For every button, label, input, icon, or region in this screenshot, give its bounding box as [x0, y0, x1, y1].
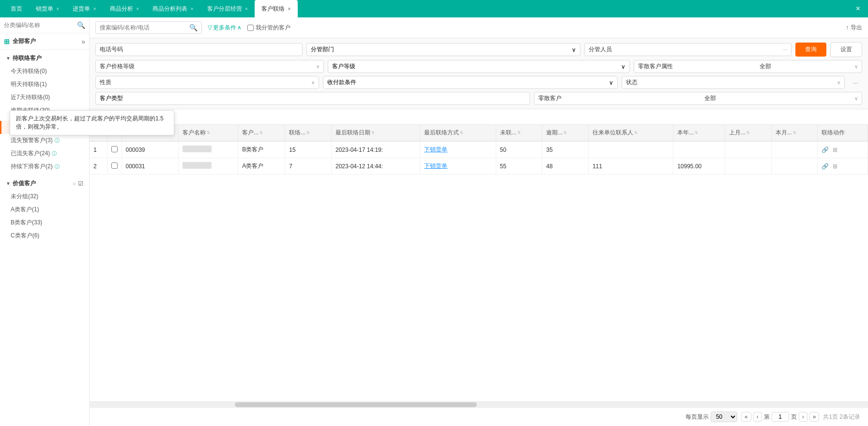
- filter-icon: ▽: [208, 24, 212, 31]
- nav-active-close-icon[interactable]: ×: [288, 6, 290, 12]
- prev-page-button[interactable]: ‹: [753, 412, 762, 422]
- nav-customer-segmentation[interactable]: 客户分层经营 ×: [200, 0, 255, 17]
- nav-close-icon[interactable]: ×: [93, 6, 96, 12]
- nav-home[interactable]: 首页: [4, 0, 29, 17]
- last-page-button[interactable]: »: [809, 412, 820, 422]
- sidebar-item-ungrouped[interactable]: 未分组(32): [0, 190, 89, 203]
- caret-icon: ∨: [572, 46, 576, 53]
- nav-close-icon[interactable]: ×: [56, 6, 59, 12]
- action-icons: 🔗 ⊞: [822, 163, 864, 170]
- my-customer-checkbox-area[interactable]: 我分管的客户: [247, 24, 290, 32]
- page-number-input[interactable]: [772, 412, 789, 422]
- arrow-down-icon: ▼: [6, 56, 11, 61]
- col-overdue[interactable]: 逾期... ⇅: [542, 125, 589, 141]
- top-navigation: 首页 销货单 × 进货单 × 商品分析 × 商品分析列表 × 客户分层经营 × …: [0, 0, 868, 17]
- sidebar-item-today-contact[interactable]: 今天待联络(0): [0, 65, 89, 78]
- check-icon[interactable]: ☑: [78, 180, 83, 187]
- sidebar-item-a-class[interactable]: A类客户(1): [0, 203, 89, 216]
- grid-action-icon[interactable]: ⊞: [833, 147, 838, 153]
- more-filters-button[interactable]: ···: [849, 79, 862, 87]
- customer-search-input[interactable]: [100, 24, 189, 31]
- customer-type-filter[interactable]: 客户类型: [95, 92, 530, 105]
- export-button[interactable]: ↑ 导出: [846, 24, 862, 32]
- sidebar-item-already-lost[interactable]: 已流失客户(24) ⓘ: [0, 147, 89, 160]
- more-conditions-button[interactable]: ▽ 更多条件 ∧: [208, 24, 242, 32]
- table-header-row: 客户编码 ⇅ 客户名称 ⇅ 客户...: [90, 125, 868, 141]
- nav-purchase-order[interactable]: 进货单 ×: [66, 0, 103, 17]
- col-partner-contact[interactable]: 往来单位联系人 ⇅: [588, 125, 673, 141]
- person-filter[interactable]: 分管人员 ···: [584, 43, 792, 56]
- sidebar: 🔍 ⊞ 全部客户 » ▼ 待联络客户 今天待联络(0) 明天待联络(1) 近7天…: [0, 17, 90, 426]
- payment-filter[interactable]: 收付款条件 ∨: [323, 76, 618, 89]
- next-page-button[interactable]: ›: [799, 412, 807, 422]
- cell-this-year: 10995.00: [673, 158, 725, 175]
- cell-checkbox[interactable]: [107, 141, 122, 158]
- horizontal-scrollbar[interactable]: [90, 401, 868, 407]
- col-action: 联络动作: [818, 125, 868, 141]
- sidebar-item-tomorrow-contact[interactable]: 明天待联络(1): [0, 78, 89, 91]
- link-action-icon[interactable]: 🔗: [822, 147, 829, 153]
- retail-customer-filter[interactable]: 零散客户 全部 ∨: [534, 92, 862, 105]
- sidebar-item-lost-warning[interactable]: 流失预警客户(3) ⓘ: [0, 134, 89, 147]
- status-filter[interactable]: 状态 ∨: [622, 76, 845, 89]
- nav-customer-contact[interactable]: 客户联络 ×: [255, 0, 297, 17]
- cell-checkbox[interactable]: [107, 158, 122, 175]
- settings-button[interactable]: 设置: [830, 42, 862, 57]
- col-contact-count[interactable]: 联络... ⇅: [285, 125, 332, 141]
- sidebar-item-b-class[interactable]: B类客户(33): [0, 216, 89, 229]
- cell-last-date: 2023-04-12 14:44:: [332, 158, 420, 175]
- nav-close-icon[interactable]: ×: [136, 6, 139, 12]
- my-customer-checkbox[interactable]: [247, 25, 254, 31]
- query-button[interactable]: 查询: [795, 43, 826, 57]
- col-name[interactable]: 客户名称 ⇅: [179, 125, 238, 141]
- col-last-method[interactable]: 最后联络方式 ⇅: [420, 125, 496, 141]
- first-page-button[interactable]: «: [741, 412, 751, 422]
- retail-attr-filter[interactable]: 零散客户属性 全部 ∨: [634, 60, 862, 73]
- link-action-icon[interactable]: 🔗: [822, 163, 829, 170]
- table-row: 2 000031 A类客户 7 2023-04-12 14:44: 下销货单 5…: [90, 158, 868, 175]
- nav-close-icon[interactable]: ×: [245, 6, 248, 12]
- nav-sales-order[interactable]: 销货单 ×: [29, 0, 66, 17]
- scrollbar-thumb[interactable]: [235, 402, 477, 407]
- sidebar-item-declining[interactable]: 持续下滑客户(2) ⓘ: [0, 160, 89, 173]
- nav-product-analysis[interactable]: 商品分析 ×: [103, 0, 146, 17]
- cell-overdue: 35: [542, 141, 589, 158]
- dept-filter[interactable]: 分管部门 ∨: [306, 43, 580, 56]
- cell-unlinked: 50: [496, 141, 542, 158]
- search-button-icon[interactable]: 🔍: [189, 24, 198, 31]
- sort-icon: ⇅: [695, 131, 698, 135]
- sidebar-search-icon[interactable]: 🔍: [77, 21, 85, 29]
- nav-product-analysis-list[interactable]: 商品分析列表 ×: [146, 0, 200, 17]
- pending-contact-title[interactable]: ▼ 待联络客户: [0, 52, 89, 65]
- sidebar-item-c-class[interactable]: C类客户(6): [0, 229, 89, 242]
- cell-grade: B类客户: [238, 141, 285, 158]
- cell-last-method[interactable]: 下销货单: [420, 141, 496, 158]
- caret-icon: ∨: [837, 80, 840, 85]
- col-this-year[interactable]: 本年... ⇅: [673, 125, 725, 141]
- grid-action-icon[interactable]: ⊞: [833, 163, 838, 170]
- col-grade[interactable]: 客户... ⇅: [238, 125, 285, 141]
- phone-filter[interactable]: 电话号码: [95, 43, 303, 56]
- per-page-select[interactable]: 50 20 100: [711, 411, 737, 422]
- gender-filter[interactable]: 性质 ∨: [95, 76, 319, 89]
- row-checkbox[interactable]: [111, 146, 118, 152]
- col-unlinked[interactable]: 未联... ⇅: [496, 125, 542, 141]
- row-checkbox[interactable]: [111, 162, 118, 169]
- customer-grade-filter[interactable]: 客户等级 ∨: [328, 60, 630, 73]
- caret-icon: ∨: [311, 80, 315, 85]
- col-last-date[interactable]: 最后联络日期 ⇅: [332, 125, 420, 141]
- cell-contact-count: 15: [285, 141, 332, 158]
- cell-last-method[interactable]: 下销货单: [420, 158, 496, 175]
- sidebar-item-7days-contact[interactable]: 近7天待联络(0): [0, 91, 89, 104]
- cell-overdue: 48: [542, 158, 589, 175]
- window-close-button[interactable]: ×: [852, 2, 864, 15]
- col-last-month[interactable]: 上月... ⇅: [725, 125, 772, 141]
- nav-close-icon[interactable]: ×: [190, 6, 193, 12]
- col-this-month[interactable]: 本月... ⇅: [771, 125, 818, 141]
- cell-partner-contact: 111: [588, 158, 673, 175]
- circle-icon[interactable]: ○: [73, 180, 76, 187]
- sidebar-search-input[interactable]: [4, 22, 77, 29]
- collapse-sidebar-icon[interactable]: »: [81, 38, 85, 45]
- value-customer-title[interactable]: ▼ 价值客户 ○ ☑: [0, 177, 89, 190]
- price-grade-filter[interactable]: 客户价格等级 ∨: [95, 60, 324, 73]
